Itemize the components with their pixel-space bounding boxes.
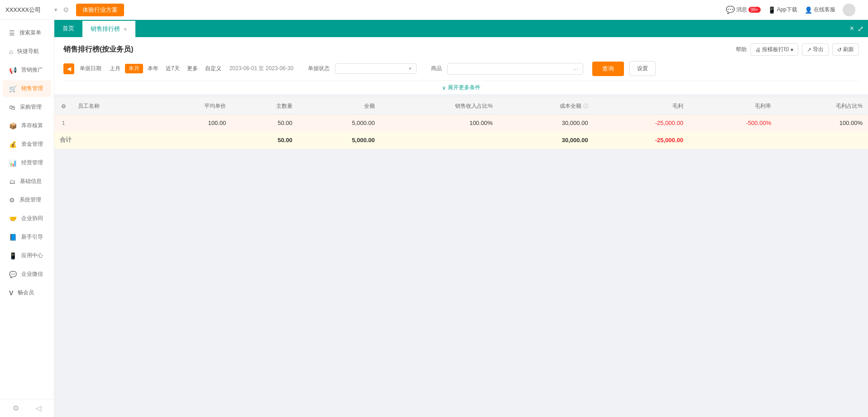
sidebar-item-label: 库存核算 xyxy=(21,122,43,129)
date-option-custom[interactable]: 自定义 xyxy=(202,64,224,73)
sidebar-item-inventory[interactable]: 📦 库存核算 xyxy=(3,117,51,134)
sidebar-item-label: 基础信息 xyxy=(20,177,42,185)
cell-profit-pct: 100.00% xyxy=(777,115,868,131)
sidebar-item-label: 新手引导 xyxy=(21,233,43,241)
table-area: ⚙ 员工名称 平均单价 主数量 全额 销售收入占比% 成本全额 ⓘ 毛利 毛利率… xyxy=(54,98,868,149)
cell-index: 1 xyxy=(54,115,72,131)
sidebar-settings-icon[interactable]: ⚙ xyxy=(13,404,19,412)
sidebar-item-guide[interactable]: 📘 新手引导 xyxy=(3,229,51,245)
sidebar-item-member[interactable]: V 畅会员 xyxy=(3,284,51,301)
message-area[interactable]: 💬 消息 99+ xyxy=(726,5,761,14)
status-filter-select[interactable]: ▾ xyxy=(335,63,417,74)
sidebar-item-search-order[interactable]: ☰ 搜索菜单 xyxy=(3,24,51,41)
table-row: 1 100.00 50.00 5,000.00 100.00% 30,000.0… xyxy=(54,115,868,131)
sidebar-item-marketing[interactable]: 📢 营销推广 xyxy=(3,62,51,78)
cell-profit-rate: -500.00% xyxy=(689,115,777,131)
window-close-button[interactable]: × xyxy=(850,24,854,33)
window-expand-button[interactable]: ⤢ xyxy=(858,24,863,33)
company-name: XXXXXX公司 xyxy=(5,6,51,14)
sidebar-item-sales[interactable]: 🛒 销售管理 xyxy=(3,80,51,97)
date-option-current-year[interactable]: 本年 xyxy=(145,64,161,73)
sidebar-item-purchase[interactable]: 🛍 采购管理 xyxy=(3,99,51,115)
filter-row: ◀ 单据日期 上月 本月 本年 近7天 更多 自定义 2023-06-01 至 … xyxy=(63,61,859,81)
expand-more-btn[interactable]: ∨ 展开更多条件 xyxy=(442,84,480,91)
inventory-icon: 📦 xyxy=(9,122,17,129)
refresh-label: 刷新 xyxy=(843,46,854,53)
sidebar-item-apps[interactable]: 📱 应用中心 xyxy=(3,247,51,264)
tab-sales-ranking[interactable]: 销售排行榜 × xyxy=(82,20,135,37)
sales-ranking-table: ⚙ 员工名称 平均单价 主数量 全额 销售收入占比% 成本全额 ⓘ 毛利 毛利率… xyxy=(54,98,868,149)
footer-cost: 30,000.00 xyxy=(498,131,594,149)
sidebar-item-label: 畅会员 xyxy=(18,289,34,297)
collab-icon: 🤝 xyxy=(9,215,17,222)
export-button[interactable]: ↗ 导出 xyxy=(802,43,829,56)
col-profit-pct: 毛利占比% xyxy=(777,98,868,115)
expand-area: ∨ 展开更多条件 xyxy=(63,81,859,94)
footer-profit-pct xyxy=(777,131,868,149)
tab-close-icon[interactable]: × xyxy=(124,26,127,33)
apps-icon: 📱 xyxy=(9,252,17,259)
date-option-current-month[interactable]: 本月 xyxy=(125,64,143,73)
cell-employee xyxy=(72,115,152,131)
sidebar-item-label: 应用中心 xyxy=(21,252,43,259)
sidebar-item-label: 采购管理 xyxy=(20,103,42,111)
wechat-icon: 💬 xyxy=(9,271,17,278)
app-icon: 📱 xyxy=(768,6,776,14)
cell-profit: -25,000.00 xyxy=(594,115,689,131)
sidebar-item-finance[interactable]: 💰 资金管理 xyxy=(3,136,51,153)
date-option-more[interactable]: 更多 xyxy=(184,64,201,73)
sidebar: ☰ 搜索菜单 ⌂ 快捷导航 📢 营销推广 🛒 销售管理 🛍 采购管理 📦 库存核… xyxy=(0,20,54,417)
service-area[interactable]: 👤 在线客服 xyxy=(805,6,835,14)
sidebar-collapse-icon[interactable]: ◁ xyxy=(36,404,41,412)
settings-button[interactable]: 设置 xyxy=(629,61,656,76)
query-button[interactable]: 查询 xyxy=(592,62,624,76)
filter-collapse-arrow[interactable]: ◀ xyxy=(63,63,74,74)
col-profit: 毛利 xyxy=(594,98,689,115)
app-download-area[interactable]: 📱 App下载 xyxy=(768,6,797,14)
expand-chevron-icon: ∨ xyxy=(442,85,446,91)
date-option-7days[interactable]: 近7天 xyxy=(163,64,182,73)
print-label: 按模板打印 xyxy=(762,46,789,53)
tab-home[interactable]: 首页 xyxy=(54,20,82,37)
help-button[interactable]: 帮助 xyxy=(736,46,747,53)
status-filter-label: 单据状态 xyxy=(308,65,330,72)
print-button[interactable]: 🖨 按模板打印 ▾ xyxy=(750,43,798,56)
export-icon: ↗ xyxy=(807,47,811,53)
export-label: 导出 xyxy=(813,46,824,53)
sidebar-item-quick-nav[interactable]: ⌂ 快捷导航 xyxy=(3,43,51,60)
table-header-row: ⚙ 员工名称 平均单价 主数量 全额 销售收入占比% 成本全额 ⓘ 毛利 毛利率… xyxy=(54,98,868,115)
refresh-button[interactable]: ↺ 刷新 xyxy=(832,43,859,56)
sidebar-item-basic[interactable]: 🗂 基础信息 xyxy=(3,173,51,190)
date-option-last-month[interactable]: 上月 xyxy=(107,64,123,73)
footer-label: 合计 xyxy=(54,131,152,149)
col-qty: 主数量 xyxy=(231,98,297,115)
sidebar-item-wechat[interactable]: 💬 企业微信 xyxy=(3,266,51,283)
page-title: 销售排行榜(按业务员) xyxy=(63,45,134,54)
footer-profit: -25,000.00 xyxy=(594,131,689,149)
goods-filter-input[interactable]: ··· xyxy=(447,63,583,75)
avatar xyxy=(843,4,855,16)
trial-button[interactable]: 体验行业方案 xyxy=(76,4,124,16)
settings-gear-icon[interactable]: ⚙ xyxy=(63,6,69,14)
more-dots-icon[interactable]: ··· xyxy=(573,65,578,72)
goods-filter-label: 商品 xyxy=(431,65,442,72)
sidebar-item-collab[interactable]: 🤝 企业协同 xyxy=(3,210,51,227)
table-footer-row: 合计 50.00 5,000.00 30,000.00 -25,000.00 xyxy=(54,131,868,149)
col-cost: 成本全额 ⓘ xyxy=(498,98,594,115)
col-sales-pct: 销售收入占比% xyxy=(380,98,498,115)
col-gear[interactable]: ⚙ xyxy=(54,98,72,115)
basic-icon: 🗂 xyxy=(9,178,15,185)
company-dropdown-icon[interactable]: ▾ xyxy=(54,6,58,13)
sidebar-item-system[interactable]: ⚙ 系统管理 xyxy=(3,192,51,208)
sidebar-item-label: 企业协同 xyxy=(21,215,43,222)
tab-nav: 首页 销售排行榜 × × ⤢ xyxy=(54,20,868,37)
footer-sales-pct xyxy=(380,131,498,149)
date-range-display: 2023-06-01 至 2023-06-30 xyxy=(230,65,293,72)
tab-active-label: 销售排行榜 xyxy=(91,25,120,33)
sidebar-item-label: 经营管理 xyxy=(21,159,43,167)
sidebar-item-operation[interactable]: 📊 经营管理 xyxy=(3,154,51,171)
refresh-icon: ↺ xyxy=(837,47,842,53)
purchase-icon: 🛍 xyxy=(9,104,15,111)
page-content: 销售排行榜(按业务员) 帮助 🖨 按模板打印 ▾ ↗ 导出 xyxy=(54,37,868,417)
sidebar-item-label: 快捷导航 xyxy=(17,48,39,55)
